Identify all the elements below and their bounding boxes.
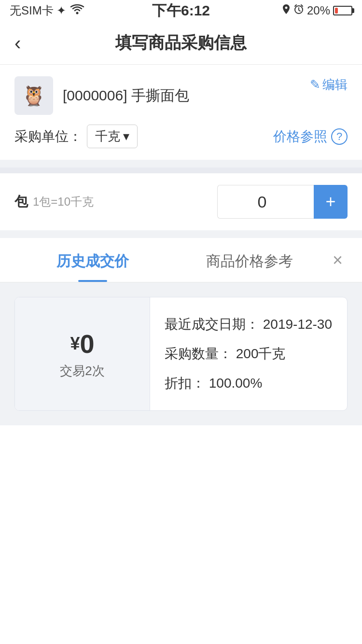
edit-icon: ✎ — [310, 77, 320, 92]
transaction-qty-row: 采购数量： 200千克 — [165, 343, 333, 365]
transaction-price-panel: ¥ 0 交易2次 — [15, 297, 150, 410]
quantity-plus-button[interactable]: + — [314, 185, 348, 219]
product-title: 手撕面包 — [131, 87, 189, 103]
discount-label: 折扣： — [165, 376, 205, 391]
bottom-white-space — [0, 425, 362, 644]
location-icon — [282, 4, 291, 17]
qty-unit-name: 包 — [14, 193, 28, 211]
quantity-label: 包 1包=10千克 — [14, 193, 94, 211]
tab-history-price[interactable]: 历史成交价 — [14, 238, 171, 282]
price-ref-label: 价格参照 — [273, 127, 327, 146]
qty-label: 采购数量： — [165, 346, 232, 361]
discount-value: 100.00% — [209, 376, 263, 391]
qty-value: 200千克 — [236, 346, 286, 361]
back-button[interactable]: ‹ — [14, 33, 21, 53]
product-owl-logo: 🦉 — [22, 84, 46, 107]
page-title: 填写商品采购信息 — [115, 32, 247, 54]
product-top-row: 🦉 [0000006] 手撕面包 ✎ 编辑 — [14, 76, 348, 115]
status-time: 下午6:12 — [152, 1, 210, 21]
unit-select-dropdown[interactable]: 千克 ▾ — [87, 125, 138, 148]
product-bottom-row: 采购单位： 千克 ▾ 价格参照 ? — [14, 125, 348, 148]
close-tab-button[interactable]: × — [328, 245, 348, 275]
tabs-container: 历史成交价 商品价格参考 × — [0, 238, 362, 282]
product-name-block: [0000006] 手撕面包 — [63, 85, 189, 106]
transaction-discount-row: 折扣： 100.00% — [165, 373, 333, 394]
status-right: 20% — [282, 4, 352, 17]
tab-product-price-reference[interactable]: 商品价格参考 — [171, 238, 327, 282]
date-label: 最近成交日期： — [165, 317, 259, 332]
unit-value: 千克 — [95, 128, 120, 145]
edit-button[interactable]: ✎ 编辑 — [310, 76, 348, 93]
transaction-details-panel: 最近成交日期： 2019-12-30 采购数量： 200千克 折扣： 100.0… — [150, 297, 347, 410]
transaction-date-row: 最近成交日期： 2019-12-30 — [165, 314, 333, 336]
date-value: 2019-12-30 — [263, 317, 332, 332]
edit-label: 编辑 — [322, 76, 348, 93]
carrier-text: 无SIM卡 ✦ — [10, 3, 66, 18]
product-thumbnail: 🦉 — [14, 76, 53, 115]
transaction-price-display: ¥ 0 — [70, 329, 94, 359]
help-icon: ? — [331, 128, 348, 145]
product-info-left: 🦉 [0000006] 手撕面包 — [14, 76, 189, 115]
unit-section: 采购单位： 千克 ▾ — [14, 125, 138, 148]
quantity-input[interactable] — [217, 185, 314, 219]
svg-point-0 — [76, 12, 79, 14]
section-divider — [0, 168, 362, 173]
transaction-card: ¥ 0 交易2次 最近成交日期： 2019-12-30 采购数量： 200千克 … — [14, 297, 348, 411]
price-reference-button[interactable]: 价格参照 ? — [273, 127, 348, 146]
quantity-row: 包 1包=10千克 + — [0, 173, 362, 230]
content-area: ¥ 0 交易2次 最近成交日期： 2019-12-30 采购数量： 200千克 … — [0, 282, 362, 425]
quantity-controls: + — [217, 185, 348, 219]
product-card: 🦉 [0000006] 手撕面包 ✎ 编辑 采购单位： 千克 ▾ 价格参照 ? — [0, 65, 362, 160]
transaction-count: 交易2次 — [60, 363, 104, 379]
battery-icon — [333, 6, 352, 15]
transaction-price-value: 0 — [80, 329, 94, 359]
wifi-icon — [70, 4, 84, 17]
unit-prefix-label: 采购单位： — [14, 127, 82, 146]
page-header: ‹ 填写商品采购信息 — [0, 21, 362, 65]
alarm-icon — [293, 4, 304, 17]
status-bar: 无SIM卡 ✦ 下午6:12 20% — [0, 0, 362, 21]
battery-percent-text: 20% — [307, 4, 330, 17]
tabs-row: 历史成交价 商品价格参考 × — [0, 238, 362, 282]
currency-symbol: ¥ — [70, 334, 80, 354]
qty-conversion-text: 1包=10千克 — [33, 194, 94, 210]
product-name: [0000006] 手撕面包 — [63, 87, 189, 103]
status-left: 无SIM卡 ✦ — [10, 3, 84, 18]
chevron-down-icon: ▾ — [123, 129, 129, 144]
product-id: [0000006] — [63, 87, 127, 103]
